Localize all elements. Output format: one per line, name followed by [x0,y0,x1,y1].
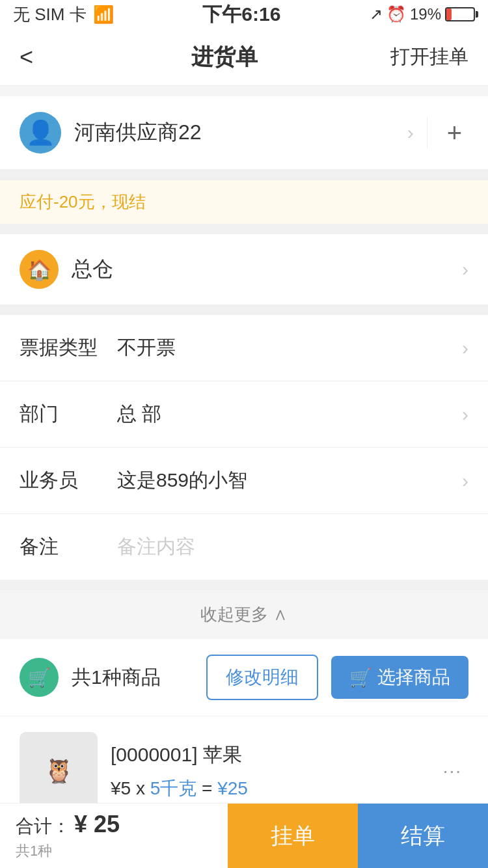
location-icon: ↗ [370,5,383,23]
time-label: 下午6:16 [202,1,280,28]
remark-placeholder[interactable]: 备注内容 [104,534,468,560]
quantity: 5千克 [150,778,197,798]
product-header: 🛒 共1种商品 修改明细 🛒 选择商品 [0,639,488,716]
hang-button[interactable]: 挂单 [228,804,358,868]
invoice-value: 不开票 [104,334,455,361]
battery-percent: 19% [410,5,441,23]
battery-fill [446,8,452,20]
carrier-label: 无 SIM 卡 [13,3,87,26]
product-thumbnail: 🦉 [20,732,98,810]
product-code: [0000001] 苹果 [111,744,242,765]
open-hang-button[interactable]: 打开挂单 [390,44,468,70]
battery-indicator [445,7,475,21]
cart-icon: 🛒 [28,667,51,688]
total-text: 合计： [16,814,70,839]
warehouse-icon: 🏠 [20,250,59,289]
dept-value: 总 部 [104,401,455,427]
back-button[interactable]: < [20,44,59,71]
product-price: ¥5 x 5千克 = ¥25 [111,776,424,801]
total-section: 合计： ¥ 25 共1种 [0,804,228,868]
settle-button[interactable]: 结算 [358,804,488,868]
product-icon: 🛒 [20,658,59,697]
dept-label: 部门 [20,401,104,427]
form-card: 票据类型 不开票 › 部门 总 部 › 业务员 这是859的小智 › 备注 备注… [0,315,488,580]
dept-row[interactable]: 部门 总 部 › [0,381,488,448]
invoice-label: 票据类型 [20,334,104,361]
status-left: 无 SIM 卡 📶 [13,3,114,26]
bottom-bar: 合计： ¥ 25 共1种 挂单 结算 [0,803,488,868]
warehouse-card: 🏠 总仓 › [0,234,488,305]
remark-row[interactable]: 备注 备注内容 [0,514,488,580]
total-sub: 共1种 [16,841,212,861]
sales-row[interactable]: 业务员 这是859的小智 › [0,448,488,514]
wifi-icon: 📶 [93,5,114,25]
sales-value: 这是859的小智 [104,467,455,494]
remark-label: 备注 [20,534,104,560]
total-price: ¥25 [217,778,248,798]
alarm-icon: ⏰ [386,5,406,23]
warehouse-name: 总仓 [72,255,455,284]
total-amount: ¥ 25 [74,811,120,838]
select-label: 选择商品 [377,665,450,690]
equals: = [197,778,217,798]
nav-bar: < 进货单 打开挂单 [0,29,488,86]
status-bar: 无 SIM 卡 📶 下午6:16 ↗ ⏰ 19% [0,0,488,29]
chevron-right-icon: › [462,403,468,426]
supplier-card: 👤 河南供应商22 › + [0,96,488,170]
warehouse-row[interactable]: 🏠 总仓 › [0,234,488,305]
chevron-right-icon: › [462,337,468,359]
supplier-avatar: 👤 [20,112,61,154]
chevron-right-icon: › [407,122,414,144]
chevron-right-icon: › [462,258,468,280]
product-count: 共1种商品 [72,664,193,691]
page-title: 进货单 [191,42,258,72]
product-info: [0000001] 苹果 ¥5 x 5千克 = ¥25 [111,742,424,801]
warning-banner: 应付-20元，现结 [0,180,488,224]
owl-logo: 🦉 [44,757,74,785]
collapse-button[interactable]: 收起更多 ∧ [0,590,488,639]
collapse-label: 收起更多 ∧ [200,603,287,626]
avatar-icon: 👤 [26,119,55,146]
chevron-right-icon: › [462,470,468,492]
product-name: [0000001] 苹果 [111,742,424,768]
invoice-row[interactable]: 票据类型 不开票 › [0,315,488,381]
select-product-button[interactable]: 🛒 选择商品 [331,656,468,699]
more-button[interactable]: ··· [437,754,468,788]
product-section: 🛒 共1种商品 修改明细 🛒 选择商品 🦉 [0000001] 苹果 ¥5 x … [0,639,488,826]
supplier-name: 河南供应商22 [74,118,401,147]
status-right: ↗ ⏰ 19% [370,5,475,23]
warning-text: 应付-20元，现结 [20,192,146,211]
edit-detail-button[interactable]: 修改明细 [206,655,318,700]
vertical-divider [427,116,427,149]
add-supplier-button[interactable]: + [441,118,468,148]
total-label: 合计： ¥ 25 [16,811,212,839]
house-icon: 🏠 [27,258,51,281]
select-icon: 🛒 [349,667,372,688]
unit-price: ¥5 x [111,778,150,798]
main-content: 👤 河南供应商22 › + 应付-20元，现结 🏠 总仓 › 票据类型 不开票 … [0,96,488,868]
supplier-row[interactable]: 👤 河南供应商22 › + [0,96,488,170]
sales-label: 业务员 [20,467,104,494]
